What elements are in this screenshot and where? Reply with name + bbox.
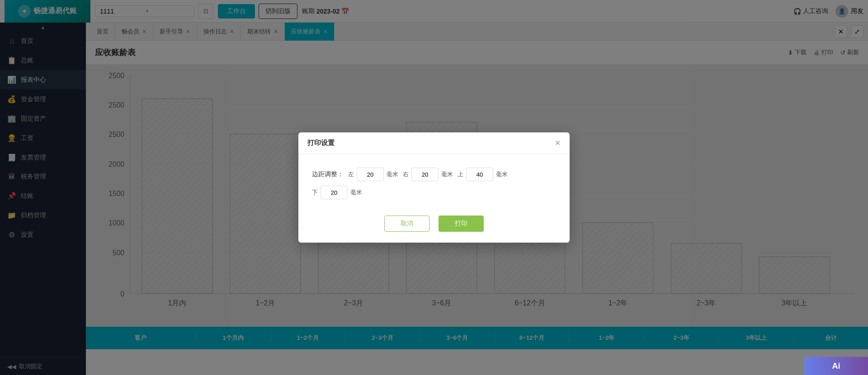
margin-form-row: 边距调整： 左 毫米 右 毫米 上 毫米 下: [312, 168, 556, 199]
left-margin-unit: 毫米: [387, 170, 398, 178]
modal-overlay: 打印设置 ✕ 边距调整： 左 毫米 右 毫米 上 毫米: [0, 0, 868, 375]
right-margin-label: 右: [403, 170, 409, 178]
cancel-button[interactable]: 取消: [384, 216, 429, 232]
print-settings-modal: 打印设置 ✕ 边距调整： 左 毫米 右 毫米 上 毫米: [298, 132, 570, 243]
left-margin-label: 左: [348, 170, 354, 178]
top-margin-unit: 毫米: [496, 170, 508, 178]
ai-badge[interactable]: Ai: [804, 357, 868, 375]
margin-label: 边距调整：: [312, 170, 344, 178]
modal-footer: 取消 打印: [298, 208, 570, 243]
left-margin-group: 左 毫米: [348, 168, 398, 181]
print-confirm-button[interactable]: 打印: [439, 216, 484, 232]
right-margin-unit: 毫米: [441, 170, 453, 178]
modal-body: 边距调整： 左 毫米 右 毫米 上 毫米 下: [298, 154, 570, 208]
right-margin-input[interactable]: [411, 168, 439, 181]
modal-title: 打印设置: [307, 139, 335, 147]
bottom-margin-label: 下: [312, 188, 318, 197]
top-margin-label: 上: [458, 170, 463, 178]
top-margin-group: 上 毫米: [458, 168, 508, 181]
modal-header: 打印设置 ✕: [298, 132, 570, 154]
bottom-margin-group: 下 毫米: [312, 186, 362, 199]
ai-label: Ai: [832, 361, 840, 371]
modal-close-button[interactable]: ✕: [555, 139, 561, 147]
top-margin-input[interactable]: [466, 168, 493, 181]
left-margin-input[interactable]: [357, 168, 384, 181]
bottom-margin-unit: 毫米: [350, 188, 362, 197]
bottom-margin-input[interactable]: [321, 186, 348, 199]
right-margin-group: 右 毫米: [403, 168, 453, 181]
